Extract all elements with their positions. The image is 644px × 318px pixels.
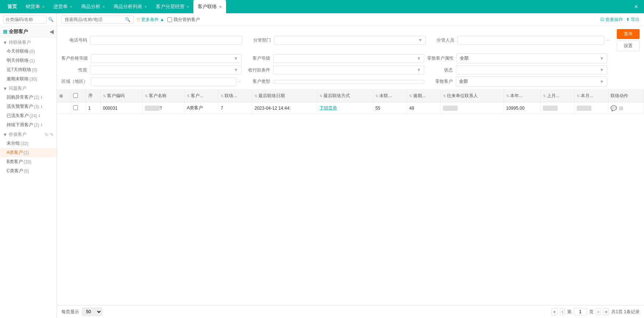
sort-icon-year[interactable]: ⇅ (506, 94, 509, 98)
sidebar-item-churned[interactable]: 已流失客户(24)ℹ (0, 111, 57, 120)
batch-op-icon: ☑ (600, 17, 604, 22)
nav-analysis[interactable]: 商品分析 × (77, 0, 109, 13)
row-checkbox[interactable] (73, 105, 78, 110)
sidebar-item-ungrouped[interactable]: 未分组(32) (0, 139, 57, 148)
sidebar-item-today[interactable]: 今天待联络(0) (0, 47, 57, 56)
export-button[interactable]: ⬆ 导出 (626, 17, 640, 23)
sidebar-group-pending[interactable]: ▼ 待联络客户 (0, 38, 57, 47)
my-customers-checkbox[interactable] (167, 17, 172, 22)
filter-manager: 分管人员 ··· (429, 36, 609, 45)
customer-level-select[interactable]: ▼ (273, 54, 425, 63)
refresh-icon[interactable]: ↻ (45, 132, 49, 137)
sort-icon[interactable]: ⇅ (103, 94, 106, 98)
sort-icon-last-month[interactable]: ⇅ (543, 94, 546, 98)
nav-customer-tier[interactable]: 客户分层经营 × (151, 0, 193, 13)
last-page-button[interactable]: » (603, 308, 609, 315)
filter-status: 状态 ▼ (427, 66, 607, 74)
toolbar-search-icon[interactable]: 🔍 (125, 17, 130, 22)
query-button[interactable]: 查询 (617, 29, 640, 39)
sort-icon-this-month[interactable]: ⇅ (577, 94, 580, 98)
sidebar-item-class-c[interactable]: C类客户(6) (0, 166, 57, 176)
last-method-link[interactable]: 下销货单 (319, 105, 337, 110)
action-buttons: 💬 ⊞ (611, 105, 641, 111)
dept-select[interactable]: ▼ (274, 36, 426, 45)
sort-icon-not-contacted[interactable]: ⇅ (375, 94, 378, 98)
close-sales-tab[interactable]: × (42, 4, 44, 9)
next-page-button[interactable]: › (596, 308, 601, 315)
nav-home[interactable]: 首页 (3, 0, 21, 13)
th-level: ⇅客户... (185, 90, 218, 102)
sidebar-item-churn-warning[interactable]: 流失预警客户(3)ℹ (0, 102, 57, 111)
sidebar-search-input[interactable] (3, 15, 47, 24)
content-area: 🔍 ▽ 更多条件 ▲ 我分管的客户 ☑ 批量操作 ⬆ 导出 (57, 13, 644, 318)
sidebar-group-problem[interactable]: ▼ 问题客户 (0, 84, 57, 93)
toolbar-right: ☑ 批量操作 ⬆ 导出 (600, 17, 640, 23)
close-analysis-list-tab[interactable]: × (144, 4, 147, 9)
window-close-button[interactable]: × (631, 3, 641, 11)
sort-icon-name[interactable]: ⇅ (145, 94, 148, 98)
scatter-customer-select[interactable]: 全部 ▼ (456, 77, 607, 86)
status-select[interactable]: ▼ (456, 66, 607, 74)
nav-customer-contact[interactable]: 客户联络 × (193, 0, 226, 13)
sidebar-collapse-icon[interactable]: ◀ (50, 29, 54, 35)
manager-dots-icon[interactable]: ··· (606, 38, 609, 43)
sidebar-item-tomorrow[interactable]: 明天待联络(1) (0, 56, 57, 65)
region-dots-icon[interactable]: ··· (238, 79, 242, 84)
scatter-attr-select[interactable]: 全部 ▼ (457, 53, 607, 63)
chat-action-icon[interactable]: 💬 (611, 105, 617, 111)
page-number-input[interactable] (574, 308, 587, 315)
prev-page-button[interactable]: ‹ (560, 308, 565, 315)
sort-icon-date[interactable]: ⇅ (254, 94, 257, 98)
filter-row-1: 电话号码 分管部门 ▼ 分管人员 ··· 查询 设置 (61, 29, 640, 51)
sort-icon-company[interactable]: ⇅ (443, 94, 446, 98)
close-customer-contact-tab[interactable]: × (219, 4, 221, 9)
value-group-icons: ↻ ✎ (45, 132, 54, 137)
info-icon-churn-warning: ℹ (41, 105, 42, 109)
th-name: ⇅客户名称 (143, 90, 185, 102)
top-nav: 首页 销货单 × 进货单 × 商品分析 × 商品分析列表 × 客户分层经营 × … (0, 0, 644, 13)
sidebar-search-area: 🔍 (0, 13, 57, 26)
toolbar-search-box: 🔍 (61, 15, 134, 24)
select-all-checkbox[interactable] (73, 93, 78, 98)
manager-input[interactable] (457, 36, 604, 45)
sort-icon-overdue[interactable]: ⇅ (409, 94, 412, 98)
sidebar-search-icon[interactable]: 🔍 (48, 17, 54, 22)
region-input[interactable] (91, 77, 236, 86)
value-arrow-icon[interactable]: ▼ (3, 132, 7, 137)
nav-sales[interactable]: 销货单 × (21, 0, 49, 13)
my-customers-checkbox-area[interactable]: 我分管的客户 (167, 17, 200, 23)
more-filter-button[interactable]: ▽ 更多条件 ▲ (137, 17, 164, 23)
nature-select[interactable]: ▼ (90, 66, 242, 74)
sidebar-item-declining[interactable]: 持续下滑客户(2)ℹ (0, 120, 57, 130)
settings-button[interactable]: 设置 (617, 40, 640, 51)
payment-select[interactable]: ▼ (273, 66, 425, 74)
data-table-container: ⚙ 序 ⇅客户编码 ⇅客户名称 ⇅客户... ⇅联络... ⇅最后联络日期 ⇅最… (57, 90, 644, 305)
page-end-label: 页 (589, 309, 594, 315)
nav-analysis-list[interactable]: 商品分析列表 × (109, 0, 151, 13)
sort-icon-method[interactable]: ⇅ (319, 94, 322, 98)
sidebar-group-value: ▼ 价值客户 ↻ ✎ (0, 130, 57, 139)
first-page-button[interactable]: « (551, 308, 558, 315)
edit-icon[interactable]: ✎ (50, 132, 54, 137)
price-level-select[interactable]: ▼ (91, 54, 242, 63)
sidebar-item-overdue[interactable]: 逾期未联络(30) (0, 74, 57, 84)
sort-icon-contact[interactable]: ⇅ (221, 94, 223, 98)
customer-type-select[interactable] (273, 80, 425, 84)
this-month-blurred: ---- (577, 106, 591, 111)
toolbar-search-input[interactable] (65, 17, 124, 22)
nav-purchase[interactable]: 进货单 × (49, 0, 76, 13)
all-customers-header[interactable]: ⊞ 全部客户 ◀ (0, 26, 57, 38)
th-settings[interactable]: ⚙ (57, 90, 71, 102)
batch-operation-button[interactable]: ☑ 批量操作 (600, 17, 623, 23)
sidebar-item-class-a[interactable]: A类客户(1) (0, 148, 57, 157)
close-purchase-tab[interactable]: × (70, 4, 72, 9)
sort-icon-level[interactable]: ⇅ (187, 94, 190, 98)
close-analysis-tab[interactable]: × (103, 4, 105, 9)
sidebar-item-7days[interactable]: 近7天待联络(0) (0, 65, 57, 74)
phone-input[interactable] (90, 36, 242, 45)
close-customer-tier-tab[interactable]: × (187, 4, 189, 9)
sidebar-item-repurchase-abnormal[interactable]: 回购异常客户(2)ℹ (0, 93, 57, 102)
sidebar-item-class-b[interactable]: B类客户(33) (0, 157, 57, 166)
grid-action-icon[interactable]: ⊞ (619, 105, 623, 111)
per-page-select[interactable]: 50 10 20 100 (82, 308, 102, 316)
